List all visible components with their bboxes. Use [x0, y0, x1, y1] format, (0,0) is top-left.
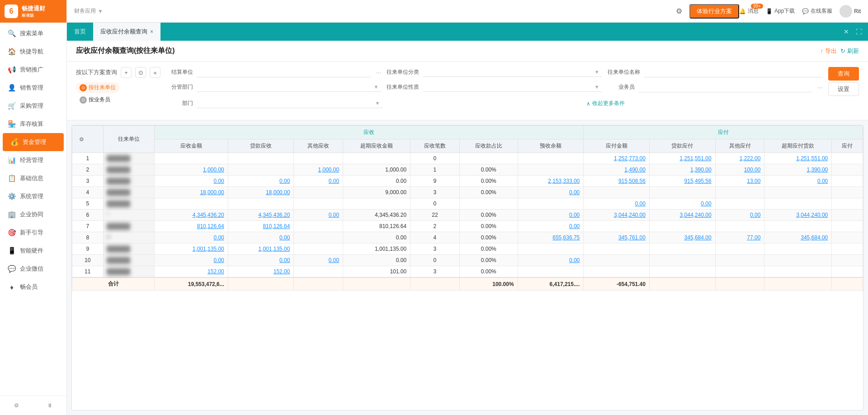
export-btn[interactable]: ↑ 导出: [821, 47, 837, 55]
table-row: 10██████0.000.000.000.0000.00%0.00: [72, 255, 863, 266]
sidebar: 6 畅捷通财 标准版 🔍 搜索菜单 🏠 快捷导航 📢 营销推广 👤 销售管理 🛒…: [0, 0, 67, 415]
sidebar-item-inventory[interactable]: 🏪 库存核算: [0, 115, 66, 133]
header-ar-overdue: 超期应收金额: [343, 139, 410, 153]
basic-icon: 📋: [7, 174, 16, 183]
field-dept: 部门 ▼: [166, 99, 382, 108]
tabbar-actions: ✕ ⛶: [841, 26, 868, 37]
select-partner-nature[interactable]: ▼: [423, 82, 602, 92]
sidebar-bottom: ⚙ ⏸: [0, 396, 66, 415]
tab-close-btn[interactable]: ×: [150, 29, 153, 35]
sidebar-item-sales[interactable]: 👤 销售管理: [0, 79, 66, 97]
tab-arbalance[interactable]: 应收应付余额查询 ×: [93, 23, 160, 41]
search-row-3: 部门 ▼ ∧ 收起更多条件: [166, 97, 823, 110]
header-ap-etc: 应付: [832, 139, 863, 153]
employee-dots[interactable]: ···: [817, 84, 823, 91]
table-gear-btn[interactable]: ⚙: [76, 134, 87, 145]
search-icon: 🔍: [7, 29, 16, 38]
table-row: 7██████810,126.64810,126.64810,126.6420.…: [72, 221, 863, 232]
sidebar-label-operation: 经营管理: [20, 156, 43, 164]
close-window-btn[interactable]: ✕: [841, 26, 852, 37]
guide-icon: 🎯: [7, 228, 16, 237]
sidebar-item-member[interactable]: ♦ 畅会员: [0, 278, 66, 296]
sidebar-item-shortcut[interactable]: 🏠 快捷导航: [0, 43, 66, 61]
refresh-label: 刷新: [847, 47, 859, 55]
settlement-unit-dots[interactable]: ···: [376, 69, 382, 76]
sidebar-item-hardware[interactable]: 📱 智能硬件: [0, 242, 66, 260]
table-settings-header: ⚙: [72, 126, 104, 153]
logo-letter: 6: [9, 7, 14, 15]
breadcrumb: 财务应用 ▼: [74, 7, 672, 15]
refresh-btn[interactable]: ↻ 刷新: [840, 47, 859, 55]
wechat-icon: 💬: [7, 264, 16, 273]
header-prepaid: 预收余额: [518, 139, 584, 153]
input-partner-name[interactable]: [644, 67, 823, 77]
set-button[interactable]: 设置: [828, 82, 859, 96]
sidebar-item-guide[interactable]: 🎯 新手引导: [0, 224, 66, 242]
tabbar: 首页 应收应付余额查询 × ✕ ⛶: [67, 23, 868, 41]
search-row-2: 分管部门 ▼ 往来单位性质 ▼: [166, 82, 823, 92]
sidebar-label-wechat: 企业微信: [20, 265, 43, 273]
chevron-down-icon-3: ▼: [594, 84, 599, 90]
scheme-by-partner[interactable]: ⊙ 按往来单位: [76, 82, 119, 93]
sidebar-item-marketing[interactable]: 📢 营销推广: [0, 61, 66, 79]
notice-btn[interactable]: 🔔 消息 99+: [739, 7, 759, 15]
data-table: ⚙ 往来单位 应收 应付 应收金额 贷款应收 其他应收 超期应收金额 应收笔数 …: [72, 125, 863, 291]
sidebar-label-search: 搜索菜单: [20, 29, 43, 38]
input-employee[interactable]: [638, 82, 812, 92]
user-menu[interactable]: Rit: [840, 5, 861, 18]
sidebar-label-basic: 基础信息: [20, 174, 43, 182]
scheme-by-employee[interactable]: ⊙ 按业务员: [76, 95, 114, 105]
sidebar-item-purchase[interactable]: 🛒 采购管理: [0, 97, 66, 115]
app-download-btn[interactable]: 📱 App下载: [766, 7, 795, 15]
table-row: 2██████1,000.001,000.001,000.0010.00%1,4…: [72, 164, 863, 176]
sidebar-item-finance[interactable]: 💰 资金管理: [3, 133, 64, 151]
sidebar-item-operation[interactable]: 📊 经营管理: [0, 151, 66, 169]
content-area: 应收应付余额查询(按往来单位) ↑ 导出 ↻ 刷新 按以下方案查询 +: [67, 41, 868, 415]
expand-window-btn[interactable]: ⛶: [854, 26, 864, 37]
select-dept-manage[interactable]: ▼: [197, 82, 381, 92]
table-row: 5██████00.000.00: [72, 198, 863, 210]
sidebar-collapse-btn[interactable]: ⏸: [43, 400, 56, 411]
hardware-icon: 📱: [7, 246, 16, 255]
query-button[interactable]: 查询: [828, 67, 859, 81]
label-dept-manage: 分管部门: [166, 83, 193, 91]
field-settlement-unit: 结算单位 ···: [166, 67, 381, 77]
sidebar-item-basic[interactable]: 📋 基础信息: [0, 169, 66, 187]
user-avatar: [840, 5, 852, 18]
collapse-scheme-btn[interactable]: «: [150, 67, 160, 78]
page-header: 应收应付余额查询(按往来单位) ↑ 导出 ↻ 刷新: [67, 41, 868, 62]
input-settlement-unit[interactable]: [197, 67, 371, 77]
sidebar-settings-btn[interactable]: ⚙: [10, 400, 23, 411]
topbar-right: 🔔 消息 99+ 📱 App下载 💬 在线客服 Rit: [739, 5, 861, 18]
sidebar-item-wechat[interactable]: 💬 企业微信: [0, 260, 66, 278]
topbar-gear-btn[interactable]: ⚙: [672, 5, 686, 18]
header-ar-ratio: 应收款占比: [459, 139, 518, 153]
table-row: 4██████18,000.0018,000.009,000.0030.00%0…: [72, 187, 863, 198]
label-partner-nature: 往来单位性质: [387, 83, 419, 91]
sidebar-label-member: 畅会员: [20, 283, 38, 291]
table-row: 8P0.000.000.0040.00%655,636.75345,761.00…: [72, 232, 863, 243]
promo-button[interactable]: 体验行业方案: [689, 4, 739, 19]
sidebar-label-sales: 销售管理: [20, 84, 43, 92]
search-scheme-label: 按以下方案查询: [76, 68, 117, 76]
collapse-icon: ⏸: [47, 402, 52, 409]
select-dept[interactable]: ▼: [197, 99, 382, 108]
sidebar-item-enterprise[interactable]: 🏢 企业协同: [0, 205, 66, 224]
settings-scheme-btn[interactable]: ⊙: [135, 67, 146, 78]
add-scheme-btn[interactable]: +: [121, 67, 132, 78]
tab-home[interactable]: 首页: [67, 23, 93, 41]
app-label: App下载: [774, 7, 795, 15]
topbar: 财务应用 ▼ ⚙ 体验行业方案 🔔 消息 99+ 📱 App下载 💬 在线客服 …: [67, 0, 868, 23]
sidebar-label-hardware: 智能硬件: [20, 247, 43, 255]
search-row-1: 结算单位 ··· 往来单位分类 ▼ 往来单位名称: [166, 67, 823, 77]
table-row: 3██████0.000.000.000.0090.00%2,153,333.0…: [72, 176, 863, 187]
select-partner-category[interactable]: ▼: [423, 67, 602, 77]
member-icon: ♦: [7, 282, 16, 291]
collapse-more-btn[interactable]: ∧ 收起更多条件: [584, 97, 627, 110]
sidebar-item-search[interactable]: 🔍 搜索菜单: [0, 24, 66, 43]
customer-service-btn[interactable]: 💬 在线客服: [802, 7, 832, 15]
sidebar-label-enterprise: 企业协同: [20, 210, 43, 219]
sidebar-nav: 🔍 搜索菜单 🏠 快捷导航 📢 营销推广 👤 销售管理 🛒 采购管理 🏪 库存核…: [0, 23, 66, 396]
sidebar-item-system[interactable]: ⚙️ 系统管理: [0, 187, 66, 205]
header-receivable-group: 应收: [155, 126, 584, 139]
